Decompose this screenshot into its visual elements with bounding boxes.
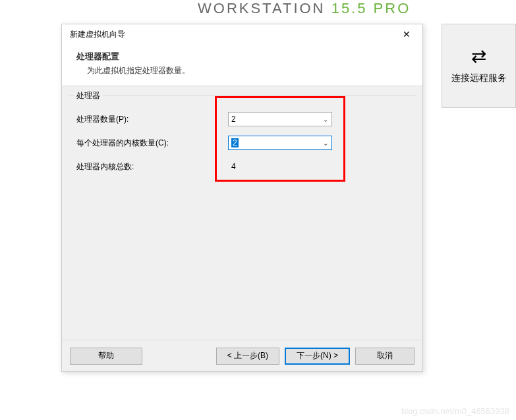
help-button[interactable]: 帮助 [70, 348, 142, 365]
processor-count-label: 处理器数量(P): [76, 114, 228, 125]
dialog-title: 新建虚拟机向导 [70, 29, 125, 40]
close-icon[interactable]: ✕ [399, 28, 415, 41]
watermark: blog.csdn.net/m0_46563938 [401, 406, 509, 416]
cores-value: 2 [231, 138, 239, 147]
total-cores-label: 处理器内核总数: [76, 161, 228, 172]
connect-remote-label: 连接远程服务 [451, 72, 507, 84]
dialog-titlebar: 新建虚拟机向导 ✕ [62, 24, 422, 44]
processor-count-value: 2 [231, 115, 236, 124]
swap-arrows-icon: ⇄ [471, 47, 486, 66]
total-cores-row: 处理器内核总数: 4 [76, 155, 416, 178]
cancel-button[interactable]: 取消 [355, 348, 415, 365]
cores-label: 每个处理器的内核数量(C): [76, 138, 228, 149]
cores-select[interactable]: 2 ⌄ [228, 136, 332, 150]
back-button[interactable]: < 上一步(B) [216, 348, 279, 365]
total-cores-value: 4 [228, 162, 236, 171]
chevron-down-icon: ⌄ [320, 140, 331, 147]
dialog-subdesc: 为此虚拟机指定处理器数量。 [87, 65, 413, 76]
new-vm-wizard-dialog: 新建虚拟机向导 ✕ 处理器配置 为此虚拟机指定处理器数量。 处理器 处理器数量(… [61, 24, 423, 372]
processor-count-select[interactable]: 2 ⌄ [228, 112, 332, 126]
dialog-subheader: 处理器配置 为此虚拟机指定处理器数量。 [62, 44, 422, 86]
fieldset-border [69, 95, 416, 95]
dialog-footer: 帮助 < 上一步(B) 下一步(N) > 取消 [62, 340, 422, 371]
next-button[interactable]: 下一步(N) > [285, 348, 350, 365]
fieldset-label: 处理器 [74, 90, 103, 101]
connect-remote-panel[interactable]: ⇄ 连接远程服务 [442, 24, 516, 108]
cores-per-processor-row: 每个处理器的内核数量(C): 2 ⌄ [76, 131, 416, 155]
app-title: WORKSTATION 15.5 PRO [198, 0, 411, 17]
processor-count-row: 处理器数量(P): 2 ⌄ [76, 107, 416, 131]
chevron-down-icon: ⌄ [320, 116, 331, 123]
dialog-body: 处理器 处理器数量(P): 2 ⌄ 每个处理器的内核数量(C): 2 ⌄ 处理器… [62, 86, 422, 340]
dialog-subtitle: 处理器配置 [76, 51, 413, 63]
